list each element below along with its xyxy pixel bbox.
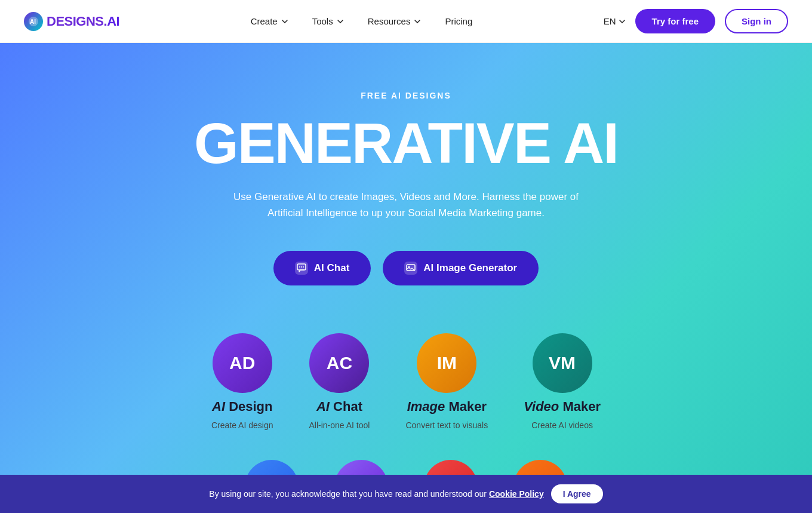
tool-name-vm: Video Maker [524,399,601,414]
cookie-policy-link[interactable]: Cookie Policy [489,489,544,499]
logo[interactable]: AI DESIGNS.AI [24,12,119,31]
ai-chat-button[interactable]: AI Chat [273,251,371,285]
logo-text: DESIGNS.AI [47,14,119,29]
nav-item-tools[interactable]: Tools [312,16,344,26]
nav-item-pricing[interactable]: Pricing [445,16,472,26]
tool-desc-im: Convert text to visuals [405,420,488,430]
nav-item-resources[interactable]: Resources [368,16,422,26]
svg-point-3 [299,266,300,268]
chevron-down-icon [619,18,626,25]
tool-avatar-ad: AD [213,333,272,393]
nav-links: Create Tools Resources Pricing [251,16,473,26]
svg-point-4 [301,266,302,268]
chevron-down-icon [281,18,288,25]
hero-section: FREE AI DESIGNS GENERATIVE AI Use Genera… [0,43,812,513]
tool-item-vm[interactable]: VM Video Maker Create AI videos [524,333,601,430]
hero-subtitle: Use Generative AI to create Images, Vide… [233,189,579,221]
tool-avatar-im: IM [417,333,476,393]
tool-name-ac: AI Chat [316,399,362,414]
tool-name-im: Image Maker [407,399,487,414]
image-icon [404,262,417,275]
tool-avatar-ac: AC [309,333,369,393]
try-for-free-button[interactable]: Try for free [635,9,715,33]
tool-desc-ad: Create AI design [211,420,273,430]
logo-icon: AI [24,12,43,31]
cookie-text: By using our site, you acknowledge that … [209,489,543,499]
svg-text:AI: AI [30,19,36,25]
tool-item-ad[interactable]: AD AI Design Create AI design [211,333,273,430]
tool-name-ad: AI Design [212,399,272,414]
nav-right: EN Try for free Sign in [604,9,788,33]
cookie-agree-button[interactable]: I Agree [551,484,603,503]
tool-avatar-vm: VM [533,333,592,393]
tools-grid: AD AI Design Create AI design AC AI Chat… [78,333,734,430]
hero-badge: FREE AI DESIGNS [361,91,451,100]
tool-item-ac[interactable]: AC AI Chat All-in-one AI tool [309,333,370,430]
nav-item-create[interactable]: Create [251,16,288,26]
tool-item-im[interactable]: IM Image Maker Convert text to visuals [405,333,488,430]
hero-title: GENERATIVE AI [194,115,618,172]
hero-buttons: AI Chat AI Image Generator [273,251,539,285]
sign-in-button[interactable]: Sign in [725,9,788,33]
chevron-down-icon [414,18,421,25]
ai-image-generator-button[interactable]: AI Image Generator [383,251,539,285]
tool-desc-vm: Create AI videos [531,420,593,430]
svg-point-5 [303,266,304,268]
cookie-banner: By using our site, you acknowledge that … [0,475,812,513]
navbar: AI DESIGNS.AI Create Tools Resources [0,0,812,43]
tool-desc-ac: All-in-one AI tool [309,420,370,430]
chat-icon [295,262,308,275]
language-selector[interactable]: EN [604,16,626,26]
chevron-down-icon [337,18,344,25]
